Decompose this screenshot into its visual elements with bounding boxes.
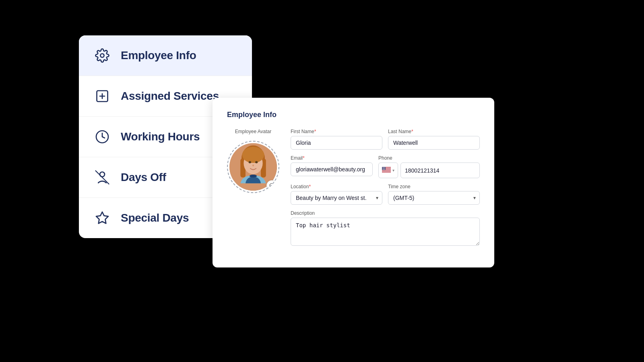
svg-point-50 <box>384 169 385 170</box>
svg-point-13 <box>242 147 264 163</box>
svg-point-36 <box>384 168 384 168</box>
star-icon <box>93 209 111 227</box>
form-content: Employee Avatar <box>227 129 480 251</box>
svg-point-16 <box>252 165 254 167</box>
svg-point-49 <box>384 169 384 170</box>
email-group: Email* <box>291 155 373 178</box>
avatar-section: Employee Avatar <box>227 129 279 251</box>
location-group: Location* Beauty by Marry on West st. ▾ <box>291 184 382 205</box>
name-row: First Name* Last Name* <box>291 129 480 150</box>
svg-point-43 <box>383 169 383 169</box>
svg-point-33 <box>385 167 385 168</box>
person-off-icon <box>93 169 111 186</box>
svg-point-17 <box>250 175 257 177</box>
svg-point-35 <box>383 168 384 168</box>
svg-point-48 <box>383 169 384 170</box>
svg-point-40 <box>384 168 384 169</box>
timezone-select[interactable]: (GMT-5) <box>388 191 480 205</box>
svg-point-51 <box>385 169 385 170</box>
svg-point-45 <box>384 169 384 169</box>
description-label: Description <box>291 210 480 216</box>
phone-label: Phone <box>378 155 480 161</box>
svg-point-29 <box>382 167 383 168</box>
sidebar-item-assigned-services-label: Assigned Services <box>121 90 219 103</box>
sidebar-item-special-days-label: Special Days <box>121 212 189 224</box>
location-label: Location* <box>291 184 382 189</box>
form-title: Employee Info <box>227 111 480 119</box>
first-name-group: First Name* <box>291 129 382 150</box>
location-select[interactable]: Beauty by Marry on West st. <box>291 191 382 205</box>
clock-icon <box>93 128 111 146</box>
last-name-group: Last Name* <box>388 129 480 150</box>
svg-point-30 <box>383 167 384 168</box>
svg-marker-7 <box>96 212 108 224</box>
sidebar-item-employee-info-label: Employee Info <box>121 49 196 62</box>
svg-point-31 <box>384 167 384 168</box>
description-row: Description Top hair stylist <box>291 210 480 246</box>
description-group: Description Top hair stylist <box>291 210 480 246</box>
timezone-select-wrapper: (GMT-5) ▾ <box>388 191 480 205</box>
svg-point-39 <box>383 168 384 169</box>
last-name-input[interactable] <box>388 136 480 150</box>
sidebar-item-employee-info[interactable]: Employee Info <box>79 35 252 76</box>
svg-point-46 <box>384 169 385 169</box>
svg-point-42 <box>385 168 385 169</box>
chevron-down-icon: ▾ <box>392 168 394 173</box>
avatar-wrapper[interactable] <box>227 141 279 193</box>
email-label: Email* <box>291 155 373 161</box>
svg-line-6 <box>96 171 109 184</box>
contact-row: Email* Phone <box>291 155 480 178</box>
description-textarea[interactable]: Top hair stylist <box>291 218 480 246</box>
timezone-group: Time zone (GMT-5) ▾ <box>388 184 480 205</box>
sidebar-item-days-off-label: Days Off <box>121 171 166 184</box>
svg-point-15 <box>255 161 258 163</box>
fields-section: First Name* Last Name* Email* <box>291 129 480 251</box>
location-row: Location* Beauty by Marry on West st. ▾ … <box>291 184 480 205</box>
svg-point-37 <box>384 168 385 168</box>
us-flag-icon <box>382 166 391 175</box>
svg-point-38 <box>382 168 383 169</box>
svg-point-32 <box>384 167 385 168</box>
email-input[interactable] <box>291 162 373 176</box>
avatar-label: Employee Avatar <box>235 129 272 134</box>
avatar-edit-button[interactable] <box>266 180 277 191</box>
phone-input[interactable] <box>400 162 480 178</box>
svg-point-14 <box>249 161 251 163</box>
timezone-label: Time zone <box>388 184 480 189</box>
country-code-selector[interactable]: ▾ <box>378 162 398 178</box>
first-name-label: First Name* <box>291 129 382 134</box>
location-select-wrapper: Beauty by Marry on West st. ▾ <box>291 191 382 205</box>
svg-point-47 <box>382 169 383 170</box>
gear-icon <box>93 47 111 64</box>
phone-group: Phone <box>378 155 480 178</box>
svg-rect-26 <box>382 171 391 171</box>
svg-point-44 <box>383 169 384 169</box>
sidebar-item-working-hours-label: Working Hours <box>121 130 200 143</box>
svg-rect-27 <box>382 172 391 172</box>
last-name-label: Last Name* <box>388 129 480 134</box>
employee-info-form: Employee Info Employee Avatar <box>213 98 494 267</box>
plus-square-icon <box>93 87 111 105</box>
svg-point-41 <box>384 168 385 169</box>
first-name-input[interactable] <box>291 136 382 150</box>
svg-rect-25 <box>382 170 391 171</box>
svg-point-34 <box>383 168 383 168</box>
svg-point-0 <box>101 54 104 58</box>
phone-input-group: ▾ <box>378 162 480 178</box>
